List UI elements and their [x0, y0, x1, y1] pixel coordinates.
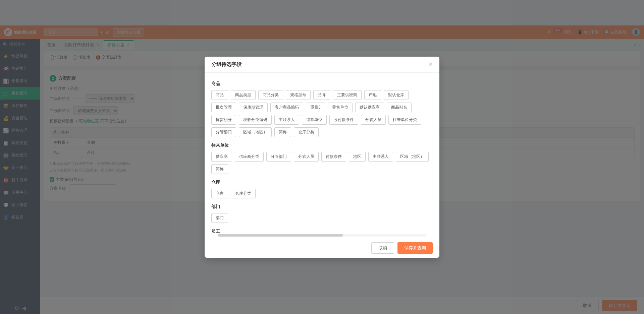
- field-tag-dept[interactable]: 分管部门: [211, 127, 236, 137]
- field-tag-warehouse[interactable]: 仓库: [211, 189, 228, 198]
- modal-cancel-button[interactable]: 取消: [371, 242, 394, 254]
- section-title-goods: 商品: [211, 81, 433, 87]
- field-tag-partner-region[interactable]: 区域（地区）: [396, 152, 429, 162]
- field-tag-default-supplier[interactable]: 默认供应商: [355, 103, 384, 112]
- modal-hscroll-container: [205, 233, 439, 238]
- section-partner-fields: 供应商 供应商分类 分管部门 分管人员 付款条件 地区 主联系人 区域（地区） …: [211, 152, 433, 174]
- field-tag-partner-category[interactable]: 往来单位分类: [388, 115, 421, 125]
- modal-confirm-button[interactable]: 保存并查询: [397, 242, 433, 254]
- modal-body: 商品 商品 商品类型 商品分类 规格型号 品牌 主要供应商 产地 默认仓库 批次…: [205, 73, 439, 233]
- field-tag-short-name[interactable]: 简称: [274, 127, 291, 137]
- modal-title: 分组待选字段: [211, 61, 241, 68]
- modal-hscroll[interactable]: [218, 234, 426, 237]
- field-tag-goods-type[interactable]: 商品类型: [231, 90, 256, 100]
- field-tag-pay-terms[interactable]: 收付款条件: [329, 115, 358, 125]
- field-tag-warehouse-cat[interactable]: 仓库分类: [231, 189, 256, 198]
- field-tag-main-contact[interactable]: 主联系人: [274, 115, 299, 125]
- field-tag-partner-contact[interactable]: 主联系人: [368, 152, 393, 162]
- section-title-employee: 员工: [211, 228, 433, 233]
- field-tag-partner-short[interactable]: 简称: [211, 164, 228, 174]
- field-tag-supplier-category[interactable]: 供应商分类: [235, 152, 264, 162]
- field-tag-goods[interactable]: 商品: [211, 90, 228, 100]
- field-tag-area[interactable]: 地区: [349, 152, 366, 162]
- field-tag-pick-points[interactable]: 拣货积分: [211, 115, 236, 125]
- modal-footer: 取消 保存并查询: [205, 238, 439, 258]
- field-tag-main-supplier[interactable]: 主要供应商: [333, 90, 362, 100]
- modal-close-button[interactable]: ✕: [428, 62, 433, 67]
- field-tag-partner-dept[interactable]: 分管部门: [266, 152, 291, 162]
- field-tag-region[interactable]: 区域（地区）: [239, 127, 272, 137]
- section-warehouse-fields: 仓库 仓库分类: [211, 189, 433, 198]
- modal-hscroll-thumb[interactable]: [218, 234, 343, 237]
- field-tag-retail-unit[interactable]: 零售单位: [328, 103, 353, 112]
- modal-overlay[interactable]: 分组待选字段 ✕ 商品 商品 商品类型 商品分类 规格型号 品牌 主要供应商 产…: [0, 0, 644, 314]
- field-tag-customer-code[interactable]: 客户商品编码: [270, 103, 303, 112]
- section-dept-fields: 部门: [211, 213, 433, 223]
- field-tag-supplier[interactable]: 供应商: [211, 152, 232, 162]
- field-tag-partner-manager[interactable]: 分管人员: [294, 152, 319, 162]
- modal: 分组待选字段 ✕ 商品 商品 商品类型 商品分类 规格型号 品牌 主要供应商 产…: [205, 57, 439, 258]
- section-goods-fields: 商品 商品类型 商品分类 规格型号 品牌 主要供应商 产地 默认仓库 批次管理 …: [211, 90, 433, 137]
- field-tag-wh-category[interactable]: 仓库分类: [294, 127, 319, 137]
- field-tag-goods-category[interactable]: 商品分类: [258, 90, 283, 100]
- field-tag-alias[interactable]: 商品别名: [387, 103, 412, 112]
- section-title-partner: 往来单位: [211, 142, 433, 148]
- field-tag-settle-unit[interactable]: 结算单位: [302, 115, 327, 125]
- field-tag-origin[interactable]: 产地: [364, 90, 381, 100]
- section-title-warehouse: 仓库: [211, 179, 433, 185]
- field-tag-shelf-life[interactable]: 保质期管理: [239, 103, 268, 112]
- field-tag-batch[interactable]: 批次管理: [211, 103, 236, 112]
- field-tag-department[interactable]: 部门: [211, 213, 228, 223]
- field-tag-tax-code[interactable]: 税收分类编码: [239, 115, 272, 125]
- field-tag-default-warehouse[interactable]: 默认仓库: [384, 90, 409, 100]
- field-tag-manager[interactable]: 分管人员: [361, 115, 386, 125]
- field-tag-brand[interactable]: 品牌: [313, 90, 330, 100]
- section-title-dept: 部门: [211, 204, 433, 210]
- field-tag-spec[interactable]: 规格型号: [286, 90, 311, 100]
- field-tag-weight[interactable]: 重量3: [306, 103, 325, 112]
- modal-header: 分组待选字段 ✕: [205, 57, 439, 73]
- field-tag-payment-terms[interactable]: 付款条件: [321, 152, 346, 162]
